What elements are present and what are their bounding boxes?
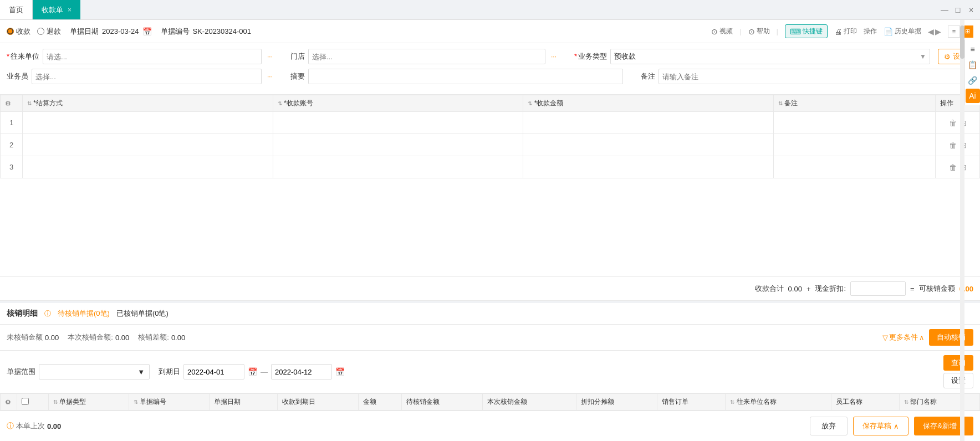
scrollbar-thumb[interactable] — [960, 25, 964, 59]
unverified-label: 未核销金额 — [7, 332, 43, 342]
calendar-to-icon[interactable]: 📅 — [335, 367, 345, 376]
shop-more-icon[interactable]: ··· — [551, 53, 557, 60]
save-draft-button[interactable]: 保存草稿 ∧ — [853, 417, 908, 435]
staff-input[interactable] — [32, 69, 262, 84]
auto-writeoff-button[interactable]: 自动核销 — [929, 329, 973, 346]
doc-range-select[interactable]: ▼ — [39, 364, 150, 380]
print-button[interactable]: 🖨 打印 — [834, 27, 857, 36]
plus-sign: + — [807, 285, 811, 293]
party-name-col-header: ⇅ 往来单位名称 — [726, 394, 831, 411]
delete-row-1-icon[interactable]: 🗑 — [949, 119, 957, 127]
settlement-col-header: ⇅ *结算方式 — [23, 95, 273, 112]
footer-info: ⓘ 本单上次 0.00 — [7, 421, 61, 431]
row-1-amount[interactable] — [523, 112, 774, 134]
row-2-remark[interactable] — [774, 134, 936, 156]
row-2-amount[interactable] — [523, 134, 774, 156]
table-row: 2 🗑 ⊞ — [1, 134, 980, 156]
nav-arrows: ◀ ▶ — [928, 27, 941, 36]
date-to-input[interactable] — [271, 364, 332, 380]
footer-info-icon[interactable]: ⓘ — [7, 421, 14, 431]
sidebar-icon-1[interactable]: ≡ — [966, 42, 980, 57]
sidebar-icon-3[interactable]: 🔗 — [966, 73, 980, 88]
tab-active[interactable]: 收款单 × — [33, 0, 80, 19]
help-button[interactable]: ⊙ 帮助 — [748, 27, 770, 36]
minimize-button[interactable]: — — [940, 6, 949, 14]
select-all-checkbox[interactable] — [22, 398, 29, 405]
business-type-select[interactable]: 预收款 ▼ — [610, 49, 930, 64]
shortcut-label: 快捷键 — [803, 27, 823, 36]
row-2-account[interactable] — [273, 134, 523, 156]
calendar-icon[interactable]: 📅 — [142, 27, 152, 36]
more-conditions-button[interactable]: ▽ 更多条件 ∧ — [882, 332, 925, 342]
footer-info-value: 0.00 — [47, 422, 61, 430]
tab-home[interactable]: 首页 — [0, 0, 33, 19]
video-button[interactable]: ⊙ 视频 — [711, 27, 733, 36]
shop-input[interactable] — [308, 49, 545, 64]
number-value: SK-20230324-001 — [193, 27, 252, 35]
filter-actions: 查询 设置 — [943, 355, 973, 388]
row-1-settlement[interactable] — [23, 112, 273, 134]
table-settings-button[interactable]: 设置 — [943, 373, 973, 388]
tab-close-icon[interactable]: × — [68, 6, 72, 14]
maximize-button[interactable]: □ — [953, 6, 962, 14]
party-field: *往来单位 ··· — [7, 49, 273, 64]
amount-col-header: 金额 — [359, 394, 402, 411]
row-1-remark[interactable] — [774, 112, 936, 134]
staff-more-icon[interactable]: ··· — [267, 73, 273, 80]
summary-label: 摘要 — [290, 71, 305, 81]
sidebar-icon-4[interactable]: Ai — [966, 89, 980, 103]
date-from-input[interactable] — [183, 364, 244, 380]
history-icon: 📄 — [884, 27, 893, 36]
draft-arrow-icon: ∧ — [894, 422, 899, 430]
summary-input[interactable] — [308, 69, 623, 84]
dropdown-arrow-icon: ▼ — [920, 53, 926, 60]
bottom-table-settings-icon[interactable]: ⚙ — [5, 398, 11, 406]
delete-row-3-icon[interactable]: 🗑 — [949, 163, 957, 172]
writeoff-info-icon[interactable]: ⓘ — [44, 309, 51, 319]
business-type-value: 预收款 — [614, 52, 636, 61]
row-1-account[interactable] — [273, 112, 523, 134]
history-button[interactable]: 📄 历史单据 — [884, 27, 921, 36]
calendar-from-icon[interactable]: 📅 — [248, 367, 257, 376]
operation-button[interactable]: 操作 — [864, 27, 877, 36]
checkbox-col-header: ⚙ — [1, 394, 17, 411]
scrollbar[interactable] — [960, 20, 964, 441]
party-more-icon[interactable]: ··· — [267, 53, 273, 60]
account-col-header: ⇅ *收款账号 — [273, 95, 523, 112]
right-sidebar: ≡ 📋 🔗 Ai — [964, 40, 980, 105]
row-2-settlement[interactable] — [23, 134, 273, 156]
query-button[interactable]: 查询 — [943, 355, 973, 371]
delete-row-2-icon[interactable]: 🗑 — [949, 141, 957, 150]
pending-tab[interactable]: 待核销单据(0笔) — [58, 309, 110, 319]
abandon-button[interactable]: 放弃 — [810, 417, 848, 435]
remark-input[interactable] — [659, 69, 973, 84]
writeoff-section: 核销明细 ⓘ 待核销单据(0笔) 已核销单据(0笔) 未核销金额 0.00 本次… — [0, 301, 980, 411]
writeoff-table: ⚙ ⇅ 单据类型 ⇅ 单据编号 单据日期 — [0, 393, 980, 411]
prev-arrow[interactable]: ◀ — [928, 27, 934, 36]
discount-input[interactable] — [850, 281, 906, 296]
row-1-actions: 🗑 ⊞ — [936, 112, 980, 134]
receipt-label: 收款 — [16, 27, 30, 37]
video-label: 视频 — [719, 27, 733, 36]
business-type-field: *业务类型 预收款 ▼ ⚙ 设置 — [574, 49, 973, 64]
row-3-actions: 🗑 ⊞ — [936, 156, 980, 178]
total-label: 收款合计 — [755, 284, 784, 294]
doc-date-col-header: 单据日期 — [209, 394, 277, 411]
refund-radio[interactable]: 退款 — [37, 27, 61, 37]
row-3-settlement[interactable] — [23, 156, 273, 178]
shortcut-button[interactable]: ⌨ 快捷键 — [785, 24, 828, 38]
list-view-button[interactable]: ≡ — [948, 25, 960, 38]
row-3-remark[interactable] — [774, 156, 936, 178]
sidebar-icon-2[interactable]: 📋 — [966, 58, 980, 72]
completed-tab[interactable]: 已核销单据(0笔) — [116, 309, 169, 319]
next-arrow[interactable]: ▶ — [935, 27, 941, 36]
receipt-radio[interactable]: 收款 — [7, 27, 30, 37]
row-3-account[interactable] — [273, 156, 523, 178]
toolbar-right: ⊙ 视频 | ⊙ 帮助 | ⌨ 快捷键 🖨 打印 操作 — [711, 24, 973, 38]
filter-row: 单据范围 ▼ 到期日 📅 — 📅 查询 设置 — [0, 351, 980, 393]
discount-col-header: 折扣分摊额 — [576, 394, 657, 411]
row-3-amount[interactable] — [523, 156, 774, 178]
window-close-button[interactable]: × — [967, 6, 976, 14]
party-input[interactable] — [43, 49, 262, 64]
table-settings-icon[interactable]: ⚙ — [5, 100, 11, 107]
